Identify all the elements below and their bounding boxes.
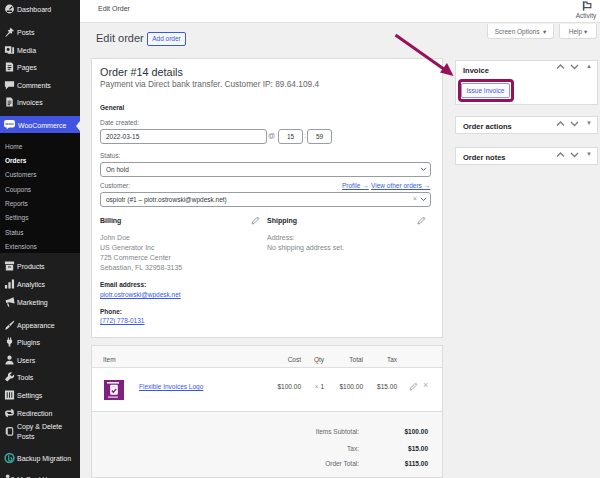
svg-text:woo: woo [4, 121, 14, 126]
